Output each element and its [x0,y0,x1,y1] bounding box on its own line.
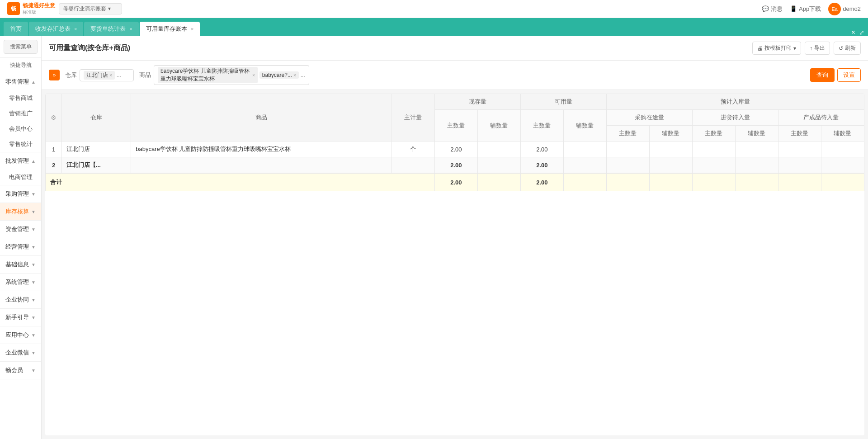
sidebar-item-members[interactable]: 会员中心 [0,121,41,137]
th-current-main: 主数量 [434,110,477,142]
app-download-button[interactable]: 📱 App下载 [790,5,821,13]
th-group-purchase: 采购在途量 [606,110,692,126]
nav-tabs-extra: × ⤢ [851,29,864,36]
cell-purchase-aux-1 [649,142,692,157]
sidebar-item-marketing[interactable]: 营销推广 [0,106,41,121]
top-bar-right: 💬 消息 📱 App下载 Ea demo2 [762,3,861,15]
quick-nav-button[interactable]: 快捷导航 [0,58,41,73]
settings-button[interactable]: 设置 [837,68,861,82]
brand-name: 畅捷通好生意 [23,2,55,9]
sidebar-section-appcenter: 应用中心 ▼ [0,326,41,344]
tab-available[interactable]: 可用量库存账本 × [140,22,200,36]
warehouse-label: 仓库 [65,71,77,79]
th-group-inbound: 进货待入量 [692,110,778,126]
sidebar-item-retail-stats[interactable]: 零售统计 [0,137,41,152]
footer-available-main: 2.00 [520,173,563,191]
cell-purchase-main-2 [606,157,649,174]
cell-inbound-aux-2 [735,157,778,174]
export-button[interactable]: ↑ 导出 [805,42,830,55]
product-tag-container[interactable]: babycare学饮杯 儿童防摔防撞吸管杯重力球吸嘴杯宝宝水杯 × babyca… [154,65,309,85]
print-template-button[interactable]: 🖨 按模板打印 ▾ [752,42,801,55]
sidebar-header-member[interactable]: 畅会员 ▼ [0,362,41,379]
warehouse-tag-container[interactable]: 江北门店 × ... [80,69,134,81]
close-all-tabs[interactable]: × [851,29,855,36]
close-tab-available[interactable]: × [191,26,193,32]
query-button[interactable]: 查询 [810,68,835,82]
th-inbound-main: 主数量 [692,126,735,142]
close-tab-order[interactable]: × [129,26,132,32]
product-label: 商品 [139,71,151,79]
filter-bar: » 仓库 江北门店 × ... 商品 babycare学饮杯 儿童防摔防撞吸管杯… [42,61,868,90]
th-unit: 主计量 [392,94,434,142]
nav-tabs: 首页 收发存汇总表 × 要货单统计表 × 可用量库存账本 × × ⤢ [0,18,868,36]
page-title: 可用量查询(按仓库+商品) [49,43,130,53]
user-menu[interactable]: Ea demo2 [828,3,861,15]
cell-purchase-aux-2 [649,157,692,174]
footer-production-main [778,173,821,191]
page-actions: 🖨 按模板打印 ▾ ↑ 导出 ↺ 刷新 [752,42,861,55]
cell-current-aux-1 [477,142,520,157]
cell-purchase-main-1 [606,142,649,157]
footer-current-main: 2.00 [434,173,477,191]
close-tab-receive[interactable]: × [74,26,77,32]
sidebar-item-ecommerce[interactable]: 电商管理 [0,170,41,185]
th-warehouse: 仓库 [62,94,131,142]
footer-label: 合计 [46,173,435,191]
sidebar-header-inventory[interactable]: 库存核算 ▼ [0,203,41,220]
data-table: ⚙ 仓库 商品 主计量 现存量 可用量 预计入库量 主数量 辅数量 主数量 辅数… [45,94,864,191]
cell-available-main-2: 2.00 [520,157,563,174]
th-planned-in: 预计入库量 [606,94,864,110]
top-bar-left: 畅 畅捷通好生意 标准版 母婴行业演示账套 ▾ [7,2,122,15]
tab-order[interactable]: 要货单统计表 × [84,22,138,36]
brand-icon: 畅 [7,2,20,15]
sidebar-header-retail[interactable]: 零售管理 ▲ [0,73,41,90]
message-button[interactable]: 💬 消息 [762,5,783,13]
sidebar-header-finance[interactable]: 资金管理 ▼ [0,221,41,238]
warehouse-filter: 仓库 江北门店 × ... [65,69,134,81]
th-group-production: 产成品待入量 [778,110,864,126]
cell-no-1: 1 [46,142,62,157]
sidebar-header-system[interactable]: 系统管理 ▼ [0,274,41,291]
cell-unit-2 [392,157,434,174]
sidebar-section-operations: 经营管理 ▼ [0,238,41,256]
remove-warehouse-tag[interactable]: × [109,73,112,78]
industry-selector[interactable]: 母婴行业演示账套 ▾ [59,3,122,14]
sidebar-header-operations[interactable]: 经营管理 ▼ [0,238,41,255]
content-area: 可用量查询(按仓库+商品) 🖨 按模板打印 ▾ ↑ 导出 ↺ 刷新 » [42,36,868,439]
remove-product-tag-1[interactable]: × [252,73,255,78]
cell-production-main-1 [778,142,821,157]
sidebar: 搜索菜单 快捷导航 零售管理 ▲ 零售商城 营销推广 会员中心 零售统计 批发管… [0,36,42,439]
sidebar-header-enterprise[interactable]: 企业协同 ▼ [0,291,41,308]
sidebar-header-appcenter[interactable]: 应用中心 ▼ [0,326,41,344]
cell-current-aux-2 [477,157,520,174]
footer-current-aux [477,173,520,191]
cell-current-main-1: 2.00 [434,142,477,157]
warehouse-tag: 江北门店 × [84,71,115,80]
sidebar-section-wecom: 企业微信 ▼ [0,344,41,362]
cell-inbound-main-1 [692,142,735,157]
sidebar-header-wecom[interactable]: 企业微信 ▼ [0,344,41,361]
cell-product-1: babycare学饮杯 儿童防摔防撞吸管杯重力球吸嘴杯宝宝水杯 [131,142,392,157]
top-bar: 畅 畅捷通好生意 标准版 母婴行业演示账套 ▾ 💬 消息 📱 App下载 Ea … [0,0,868,18]
sidebar-header-basics[interactable]: 基础信息 ▼ [0,256,41,273]
th-settings[interactable]: ⚙ [46,94,62,142]
th-current-stock: 现存量 [434,94,520,110]
sidebar-item-retail-shop[interactable]: 零售商城 [0,90,41,106]
refresh-button[interactable]: ↺ 刷新 [834,42,861,55]
footer-purchase-aux [649,173,692,191]
sidebar-header-newbie[interactable]: 新手引导 ▼ [0,309,41,326]
footer-available-aux [563,173,606,191]
filter-expand-button[interactable]: » [49,70,60,80]
remove-product-tag-2[interactable]: × [293,73,296,78]
sidebar-section-basics: 基础信息 ▼ [0,256,41,274]
product-more[interactable]: ... [301,72,305,78]
search-menu-button[interactable]: 搜索菜单 [4,40,38,54]
th-available-main: 主数量 [520,110,563,142]
sidebar-header-purchase[interactable]: 采购管理 ▼ [0,185,41,203]
sidebar-header-wholesale[interactable]: 批发管理 ▲ [0,152,41,170]
expand-tab[interactable]: ⤢ [859,29,864,36]
warehouse-more[interactable]: ... [117,72,121,78]
gear-icon: ⚙ [51,114,57,121]
tab-receive[interactable]: 收发存汇总表 × [29,22,83,36]
tab-home[interactable]: 首页 [4,22,28,36]
